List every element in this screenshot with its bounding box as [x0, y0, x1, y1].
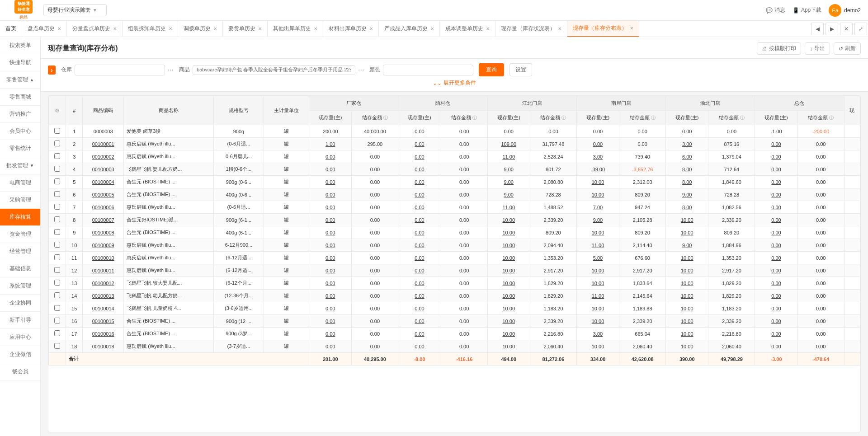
close-icon[interactable]: ✕ [113, 26, 117, 31]
nav-expand-btn[interactable]: ⤢ [854, 23, 867, 35]
row-code[interactable]: 00100004 [83, 176, 124, 188]
sidebar-item-member[interactable]: 会员中心 [0, 123, 40, 140]
row-jiangbei-qty[interactable]: 10.00 [487, 239, 530, 252]
row-yubei-qty[interactable]: 10.00 [666, 302, 708, 315]
row-nanan-qty[interactable]: 9.00 [576, 214, 619, 226]
sidebar-item-wholesale[interactable]: 批发管理 ▼ [0, 157, 40, 174]
row-mo-qty[interactable]: 0.00 [398, 150, 441, 163]
row-code[interactable]: 00100012 [83, 277, 124, 290]
close-icon[interactable]: ✕ [558, 26, 561, 31]
row-jiangbei-qty[interactable]: 10.00 [487, 290, 530, 302]
row-total-qty[interactable]: 0.00 [755, 264, 797, 277]
product-more-btn[interactable]: ··· [358, 66, 364, 74]
row-total-qty[interactable]: 0.00 [755, 302, 797, 315]
row-select[interactable] [49, 176, 66, 188]
row-mo-qty[interactable]: 0.00 [398, 264, 441, 277]
row-mo-qty[interactable]: 0.00 [398, 277, 441, 290]
nav-close-btn[interactable]: ✕ [840, 23, 853, 35]
row-code[interactable]: 00100001 [83, 138, 124, 150]
row-code[interactable]: 00100013 [83, 290, 124, 302]
row-mo-qty[interactable]: 0.00 [398, 290, 441, 302]
row-jiangbei-qty[interactable]: 10.00 [487, 302, 530, 315]
row-total-qty[interactable]: 0.00 [755, 176, 797, 188]
nav-next-btn[interactable]: ▶ [826, 23, 838, 35]
row-jiangbei-qty[interactable]: 11.00 [487, 201, 530, 214]
row-mo-qty[interactable]: 0.00 [398, 239, 441, 252]
tab-assemble[interactable]: 组装拆卸单历史 ✕ [123, 21, 178, 37]
row-code[interactable]: 00100014 [83, 302, 124, 315]
row-select[interactable] [49, 340, 66, 353]
row-chang-qty[interactable]: 0.00 [309, 264, 352, 277]
row-select[interactable] [49, 163, 66, 176]
row-jiangbei-qty[interactable]: 9.00 [487, 188, 530, 201]
row-nanan-qty[interactable]: 7.00 [576, 201, 619, 214]
row-chang-qty[interactable]: 1.00 [309, 138, 352, 150]
row-select[interactable] [49, 252, 66, 264]
export-btn[interactable]: ↓ 导出 [805, 42, 830, 55]
row-code[interactable]: 00100008 [83, 226, 124, 239]
row-code[interactable]: 00100010 [83, 252, 124, 264]
row-yubei-qty[interactable]: 10.00 [666, 252, 708, 264]
color-input[interactable] [383, 65, 473, 75]
row-yubei-qty[interactable]: 10.00 [666, 290, 708, 302]
store-selector[interactable]: 母婴行业演示陈套 ▼ [43, 4, 107, 16]
toggle-filter-btn[interactable]: › [48, 66, 56, 75]
row-nanan-qty[interactable]: 11.00 [576, 239, 619, 252]
row-select[interactable] [49, 302, 66, 315]
row-yubei-qty[interactable]: 8.00 [666, 163, 708, 176]
row-yubei-qty[interactable]: 10.00 [666, 264, 708, 277]
sidebar-item-ecommerce[interactable]: 电商管理 [0, 174, 40, 192]
close-icon[interactable]: ✕ [369, 26, 373, 31]
row-chang-qty[interactable]: 0.00 [309, 176, 352, 188]
row-nanan-qty[interactable]: 10.00 [576, 340, 619, 353]
row-yubei-qty[interactable]: 10.00 [666, 214, 708, 226]
row-jiangbei-qty[interactable]: 9.00 [487, 176, 530, 188]
row-nanan-qty[interactable]: 10.00 [576, 315, 619, 328]
row-jiangbei-qty[interactable]: 10.00 [487, 214, 530, 226]
row-nanan-qty[interactable]: 10.00 [576, 302, 619, 315]
row-nanan-qty[interactable]: 10.00 [576, 226, 619, 239]
col-gear[interactable]: ⚙ [49, 96, 66, 125]
row-mo-qty[interactable]: 0.00 [398, 302, 441, 315]
row-chang-qty[interactable]: 0.00 [309, 340, 352, 353]
row-nanan-qty[interactable]: 0.00 [576, 125, 619, 138]
row-chang-qty[interactable]: 0.00 [309, 163, 352, 176]
sidebar-item-operations[interactable]: 经营管理 [0, 243, 40, 260]
row-select[interactable] [49, 125, 66, 138]
row-total-qty[interactable]: 0.00 [755, 226, 797, 239]
row-mo-qty[interactable]: 0.00 [398, 340, 441, 353]
row-chang-qty[interactable]: 0.00 [309, 201, 352, 214]
row-jiangbei-qty[interactable]: 10.00 [487, 315, 530, 328]
sidebar-item-quick-nav[interactable]: 快捷导航 [0, 54, 40, 71]
sidebar-item-retail-stats[interactable]: 零售统计 [0, 140, 40, 157]
row-total-qty[interactable]: 0.00 [755, 290, 797, 302]
row-chang-qty[interactable]: 0.00 [309, 226, 352, 239]
row-mo-qty[interactable]: 0.00 [398, 138, 441, 150]
close-icon[interactable]: ✕ [213, 26, 217, 31]
row-code[interactable]: 00100009 [83, 239, 124, 252]
tab-inventory-count[interactable]: 盘点单历史 ✕ [22, 21, 67, 37]
row-jiangbei-qty[interactable]: 11.00 [487, 150, 530, 163]
row-total-qty[interactable]: 0.00 [755, 239, 797, 252]
close-icon[interactable]: ✕ [314, 26, 317, 31]
query-btn[interactable]: 查询 [479, 63, 504, 76]
tab-finished-in[interactable]: 产成品入库单历史 ✕ [379, 21, 440, 37]
row-chang-qty[interactable]: 0.00 [309, 150, 352, 163]
row-nanan-qty[interactable]: 10.00 [576, 264, 619, 277]
row-yubei-qty[interactable]: 0.00 [666, 125, 708, 138]
row-jiangbei-qty[interactable]: 9.00 [487, 163, 530, 176]
tab-home[interactable]: 首页 [0, 21, 22, 37]
row-code[interactable]: 00100002 [83, 150, 124, 163]
row-nanan-qty[interactable]: 3.00 [576, 150, 619, 163]
row-code[interactable]: 0000003 [83, 125, 124, 138]
sidebar-item-apps[interactable]: 应用中心 [0, 329, 40, 346]
row-mo-qty[interactable]: 0.00 [398, 214, 441, 226]
row-chang-qty[interactable]: 0.00 [309, 290, 352, 302]
sidebar-item-fan[interactable]: 畅会员 [0, 363, 40, 380]
sidebar-item-purchase[interactable]: 采购管理 [0, 192, 40, 209]
row-select[interactable] [49, 239, 66, 252]
row-mo-qty[interactable]: 0.00 [398, 252, 441, 264]
setting-btn[interactable]: 设置 [509, 63, 532, 76]
app-download-action[interactable]: 📱 App下载 [793, 6, 821, 14]
user-profile[interactable]: Ea demo2 [829, 4, 861, 17]
